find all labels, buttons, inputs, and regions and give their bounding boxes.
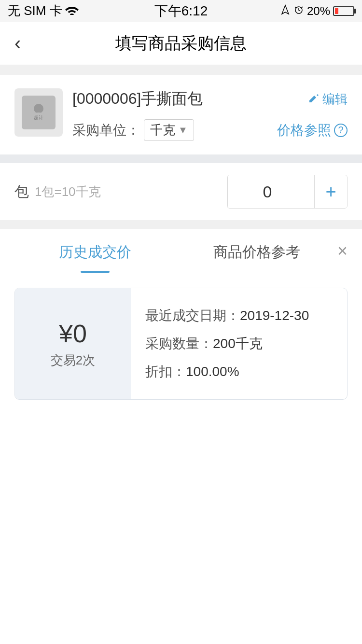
product-info: [0000006]手撕面包 编辑 采购单位： 千克 ▼ 价格参照 ? <box>72 88 348 141</box>
tab-history-price[interactable]: 历史成交价 <box>14 229 176 273</box>
product-unit-row: 采购单位： 千克 ▼ 价格参照 ? <box>72 119 348 141</box>
price-ref-help-icon: ? <box>334 124 348 137</box>
unit-icon-label: 包 <box>14 182 29 202</box>
product-image: 超计 <box>14 88 63 137</box>
discount-label: 折扣： <box>145 364 186 379</box>
history-price-section: ¥0 交易2次 <box>15 288 131 399</box>
status-bar: 无 SIM 卡 下午6:12 20% <box>0 0 362 22</box>
gps-icon <box>280 4 291 18</box>
price-amount: 0 <box>73 320 87 348</box>
price-symbol: ¥ <box>59 320 73 348</box>
svg-text:超计: 超计 <box>34 115 43 120</box>
price-ref-button[interactable]: 价格参照 ? <box>277 121 348 140</box>
product-card: 超计 [0000006]手撕面包 编辑 采购单位： 千克 ▼ 价格参照 ? <box>0 75 362 154</box>
unit-selector[interactable]: 采购单位： 千克 ▼ <box>72 119 194 141</box>
unit-dropdown[interactable]: 千克 ▼ <box>144 119 194 141</box>
product-thumbnail: 超计 <box>22 96 56 129</box>
dropdown-arrow-icon: ▼ <box>178 125 188 136</box>
bottom-area <box>0 414 362 644</box>
history-purchase-qty: 采购数量：200千克 <box>145 334 333 354</box>
history-content: ¥0 交易2次 最近成交日期：2019-12-30 采购数量：200千克 折扣：… <box>0 273 362 414</box>
history-price-value: ¥0 <box>59 319 87 348</box>
edit-label: 编辑 <box>322 91 348 108</box>
status-bar-left: 无 SIM 卡 <box>8 2 79 19</box>
tabs-container: 历史成交价 商品价格参考 × ¥0 交易2次 最近成交日期：2019-12-30… <box>0 229 362 414</box>
quantity-input[interactable] <box>227 175 314 208</box>
edit-button[interactable]: 编辑 <box>308 91 348 108</box>
product-name: [0000006]手撕面包 <box>72 88 203 110</box>
unit-conversion-hint: 1包=10千克 <box>35 183 101 200</box>
carrier-text: 无 SIM 卡 <box>8 2 62 19</box>
purchase-qty-label: 采购数量： <box>145 336 213 351</box>
recent-date-label: 最近成交日期： <box>145 308 240 323</box>
history-details-section: 最近成交日期：2019-12-30 采购数量：200千克 折扣：100.00% <box>131 288 347 399</box>
page-title: 填写商品采购信息 <box>115 32 247 55</box>
status-bar-time: 下午6:12 <box>154 2 208 20</box>
unit-label: 采购单位： <box>72 121 140 140</box>
price-ref-label: 价格参照 <box>277 121 331 140</box>
quantity-label: 包 1包=10千克 <box>14 182 101 202</box>
tab-reference-label: 商品价格参考 <box>213 244 300 260</box>
history-recent-date: 最近成交日期：2019-12-30 <box>145 306 333 326</box>
history-card: ¥0 交易2次 最近成交日期：2019-12-30 采购数量：200千克 折扣：… <box>14 288 348 400</box>
wifi-icon <box>65 3 79 18</box>
quantity-control: + <box>227 175 348 209</box>
back-button[interactable]: ‹ <box>14 32 21 54</box>
quantity-row: 包 1包=10千克 + <box>0 163 362 220</box>
purchase-qty-value: 200千克 <box>213 336 263 351</box>
battery-icon <box>333 6 354 16</box>
tab-price-reference[interactable]: 商品价格参考 <box>176 229 337 273</box>
tab-history-label: 历史成交价 <box>59 244 131 260</box>
product-header: [0000006]手撕面包 编辑 <box>72 88 348 110</box>
nav-bar: ‹ 填写商品采购信息 <box>0 22 362 65</box>
battery-percentage: 20% <box>307 4 330 18</box>
alarm-icon <box>293 4 304 18</box>
unit-value: 千克 <box>150 122 175 139</box>
section-divider <box>0 154 362 163</box>
svg-point-1 <box>34 104 43 113</box>
tab-close-button[interactable]: × <box>337 231 348 271</box>
discount-value: 100.00% <box>186 364 239 379</box>
quantity-plus-button[interactable]: + <box>314 175 347 208</box>
history-trade-count: 交易2次 <box>51 352 95 369</box>
recent-date-value: 2019-12-30 <box>240 308 309 323</box>
tabs-header: 历史成交价 商品价格参考 × <box>0 229 362 273</box>
history-discount: 折扣：100.00% <box>145 362 333 382</box>
status-bar-right: 20% <box>280 4 354 18</box>
